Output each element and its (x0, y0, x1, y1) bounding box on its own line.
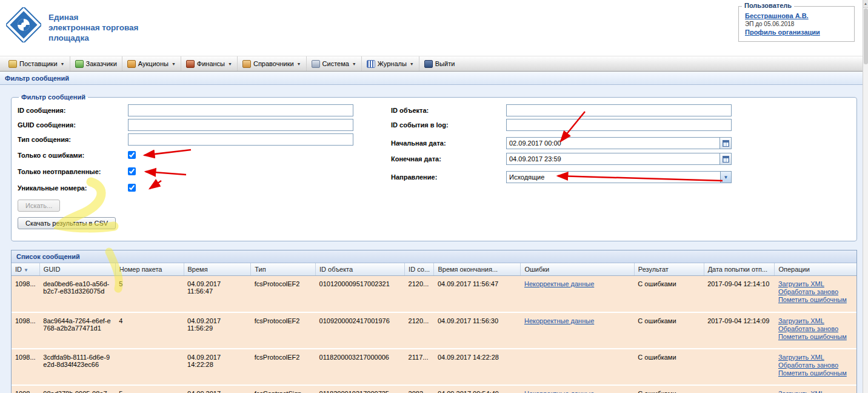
cell-result: С ошибками (634, 312, 704, 349)
col-guid[interactable]: GUID (39, 263, 115, 276)
cell-result: С ошибками (634, 276, 704, 312)
menu-item-auctions[interactable]: Аукционы ▼ (122, 56, 181, 71)
menu-label: Справочники (253, 60, 294, 67)
chevron-down-icon: ▼ (720, 172, 731, 183)
messages-grid-panel: Список сообщений ID▼ GUID Номер пакета В… (11, 250, 857, 393)
cell-errors: Некорректные данные (521, 312, 634, 349)
error-details-link[interactable]: Некорректные данные (524, 390, 594, 393)
menu-item-system[interactable]: Система ▼ (307, 56, 362, 71)
end-date-input[interactable] (506, 153, 720, 165)
menu-item-journals[interactable]: Журналы ▼ (362, 56, 419, 71)
menu-item-suppliers[interactable]: Поставщики ▼ (4, 56, 70, 71)
col-attempt-date[interactable]: Дата попытки отп... (704, 263, 775, 276)
message-id-label: ID сообщения: (18, 107, 128, 114)
col-type[interactable]: Тип (251, 263, 316, 276)
finance-icon (186, 60, 195, 68)
menu-label: Система (322, 60, 349, 67)
search-button[interactable]: Искать... (18, 200, 60, 212)
cell-attempt-date (704, 349, 775, 385)
cell-end-time: 04.09.2017 09:54:49 (434, 385, 521, 393)
end-date-calendar-button[interactable] (720, 153, 732, 165)
menu-label: Заказчики (86, 60, 117, 67)
op-load-xml-link[interactable]: Загрузить XML (778, 390, 853, 393)
content-area: Фильтр сообщений ID сообщения: GUID сооб… (0, 85, 868, 393)
cell-time: 04.09.2017 11:56:29 (184, 312, 251, 349)
scrollbar-thumb[interactable] (864, 8, 868, 64)
cell-id-so: 2120... (405, 276, 434, 312)
only-errors-checkbox[interactable] (128, 151, 136, 159)
op-load-xml-link[interactable]: Загрузить XML (778, 317, 853, 324)
col-time[interactable]: Время (184, 263, 251, 276)
directories-icon (242, 60, 251, 68)
object-id-input[interactable] (506, 104, 732, 116)
cell-result: С ошибками (634, 385, 704, 393)
col-packet[interactable]: Номер пакета (115, 263, 184, 276)
chevron-down-icon: ▼ (228, 62, 232, 66)
user-panel-title: Пользователь (742, 2, 794, 9)
table-row: 1098... 3cdfda9b-8111-6d6e-9e2d-8d34f423… (12, 349, 856, 385)
page-title-bar: Фильтр сообщений (0, 72, 868, 85)
cell-guid: 98ad378b-9905-08e7-5... (39, 385, 115, 393)
chevron-down-icon: ▼ (61, 62, 65, 66)
message-id-input[interactable] (128, 104, 353, 116)
log-event-id-input[interactable] (506, 119, 732, 131)
cell-end-time: 04.09.2017 14:22:28 (434, 349, 521, 385)
menu-item-finance[interactable]: Финансы ▼ (181, 56, 238, 71)
filter-legend: Фильтр сообщений (19, 93, 88, 101)
cell-packet: 5 (115, 385, 184, 393)
op-mark-error-link[interactable]: Пометить ошибочным (778, 369, 853, 377)
op-reprocess-link[interactable]: Обработать заново (778, 361, 853, 369)
col-object-id[interactable]: ID объекта (316, 263, 405, 276)
cell-object-id: 0118200003217000006 (316, 349, 405, 385)
logo-icon (6, 7, 41, 42)
menu-label: Поставщики (19, 60, 58, 67)
menu-item-directories[interactable]: Справочники ▼ (238, 56, 307, 71)
unique-numbers-checkbox[interactable] (128, 184, 136, 192)
cell-guid: 3cdfda9b-8111-6d6e-9e2d-8d34f423ec66 (39, 349, 115, 385)
cell-id: 1098... (12, 276, 39, 312)
col-id-so[interactable]: ID со... (405, 263, 434, 276)
cell-errors: Некорректные данные (521, 276, 634, 312)
op-mark-error-link[interactable]: Пометить ошибочным (778, 333, 853, 340)
col-id[interactable]: ID▼ (12, 263, 39, 276)
col-errors[interactable]: Ошибки (521, 263, 634, 276)
direction-select[interactable]: Исходящие ▼ (506, 171, 732, 183)
cell-type: fcsProtocolEF2 (251, 276, 316, 312)
op-load-xml-link[interactable]: Загрузить XML (778, 280, 853, 287)
error-details-link[interactable]: Некорректные данные (524, 280, 594, 287)
object-id-label: ID объекта: (391, 107, 506, 114)
cell-type: fcsProtocolEF2 (251, 312, 316, 349)
cell-attempt-date: 2017-09-04 12:14:10 (704, 276, 775, 312)
cell-errors (521, 349, 634, 385)
menu-item-customers[interactable]: Заказчики (70, 56, 122, 71)
cell-object-id: 0101200009517002321 (316, 276, 405, 312)
exit-icon (424, 60, 433, 68)
cell-packet: 5 (115, 276, 184, 312)
op-reprocess-link[interactable]: Обработать заново (778, 325, 853, 332)
error-details-link[interactable]: Некорректные данные (524, 317, 594, 324)
org-profile-link[interactable]: Профиль организации (745, 29, 848, 36)
message-guid-input[interactable] (128, 119, 353, 131)
download-csv-button[interactable]: Скачать результаты в CSV (18, 217, 116, 229)
op-mark-error-link[interactable]: Пометить ошибочным (778, 296, 853, 303)
vertical-scrollbar[interactable]: ▲ (863, 0, 868, 393)
only-unsent-checkbox[interactable] (128, 167, 136, 175)
col-end-time[interactable]: Время окончания... (434, 263, 521, 276)
scroll-up-arrow-icon[interactable]: ▲ (863, 0, 868, 8)
cell-id-so: 2117... (405, 349, 434, 385)
start-date-label: Начальная дата: (391, 139, 506, 147)
unique-numbers-label: Уникальные номера: (18, 184, 128, 192)
start-date-input[interactable] (506, 137, 720, 149)
op-reprocess-link[interactable]: Обработать заново (778, 288, 853, 295)
start-date-calendar-button[interactable] (720, 137, 732, 149)
col-operations[interactable]: Операции (775, 263, 856, 276)
cell-guid: dea0bed6-ea10-a56d-b2c7-e831d326075d (39, 276, 115, 312)
cell-operations: Загрузить XML Обработать заново Пометить… (775, 312, 856, 349)
cell-object-id: 0109200002417001976 (316, 312, 405, 349)
menu-item-exit[interactable]: Выйти (419, 56, 460, 71)
op-load-xml-link[interactable]: Загрузить XML (778, 354, 853, 361)
cell-end-time: 04.09.2017 11:56:47 (434, 276, 521, 312)
user-name-link[interactable]: Бесстрашнова А.В. (745, 12, 848, 19)
col-result[interactable]: Результат (634, 263, 704, 276)
message-type-input[interactable] (128, 133, 353, 146)
